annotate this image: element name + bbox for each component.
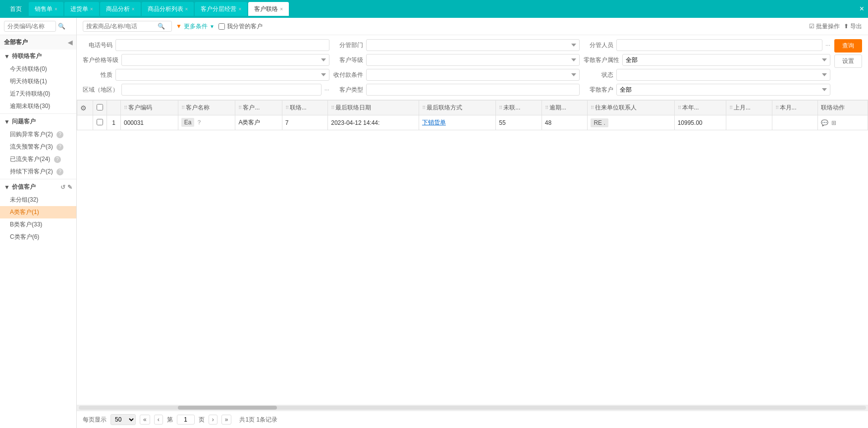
td-overdue: 48 xyxy=(542,115,588,130)
tab-customer-tier-close[interactable]: × xyxy=(238,6,241,12)
tab-purchase-close[interactable]: × xyxy=(90,6,93,12)
td-this-year: 10995.00 xyxy=(674,115,726,130)
th-contact[interactable]: ⠿ 联络... xyxy=(282,101,328,115)
sidebar-item-class-c[interactable]: C类客户(6) xyxy=(0,231,76,243)
th-gear[interactable]: ⚙ xyxy=(77,101,93,115)
filter-customer-level-select[interactable] xyxy=(366,54,580,66)
sidebar-group-problem[interactable]: ▼ 问题客户 xyxy=(0,115,76,128)
page-size-select[interactable]: 50 100 200 xyxy=(110,414,136,425)
filter-phone-input[interactable] xyxy=(115,39,329,51)
th-last-month[interactable]: ⠿ 上月... xyxy=(726,101,772,115)
last-page-btn[interactable]: » xyxy=(221,415,232,425)
sidebar-edit-icon[interactable]: ✎ xyxy=(67,184,72,191)
filter-region-dots[interactable]: ··· xyxy=(325,86,329,93)
sidebar-item-churn-warning[interactable]: 流失预警客户(3) ? xyxy=(0,141,76,153)
filter-payment-select[interactable] xyxy=(366,69,580,81)
filter-retail-attr: 零散客户属性 全部 xyxy=(584,54,830,66)
sidebar-search-input[interactable] xyxy=(4,21,56,32)
next-page-btn[interactable]: › xyxy=(209,415,217,425)
sidebar-group-value[interactable]: ▼ 价值客户 ↺ ✎ xyxy=(0,180,76,194)
th-this-year[interactable]: ⠿ 本年... xyxy=(674,101,726,115)
sidebar-item-7days[interactable]: 近7天待联络(0) xyxy=(0,88,76,100)
horizontal-scrollbar[interactable] xyxy=(77,405,868,411)
th-name[interactable]: ⠿ 客户名称 xyxy=(178,101,235,115)
filter-manager-input[interactable] xyxy=(616,39,822,51)
filter-retail-customer-select[interactable]: 全部 xyxy=(616,84,830,96)
scrollbar-thumb[interactable] xyxy=(178,406,277,410)
overdue-days: 48 xyxy=(545,119,551,126)
query-button[interactable]: 查询 xyxy=(834,39,862,53)
sidebar-search-icon[interactable]: 🔍 xyxy=(58,23,65,30)
export-btn[interactable]: ⬆ 导出 xyxy=(844,22,862,31)
close-all-tabs[interactable]: × xyxy=(860,4,864,13)
tab-customer-contact-close[interactable]: × xyxy=(280,6,283,12)
my-customers-checkbox[interactable] xyxy=(218,23,225,30)
th-contact-drag: ⠿ xyxy=(285,105,289,110)
filter-manager-dots[interactable]: ··· xyxy=(825,42,830,49)
th-uncontact[interactable]: ⠿ 未联... xyxy=(496,101,542,115)
filter-status-select[interactable] xyxy=(616,69,830,81)
filter-search-icon[interactable]: 🔍 xyxy=(158,23,165,30)
filter-price-level-select[interactable] xyxy=(121,54,329,66)
td-last-month xyxy=(726,115,772,130)
sidebar-item-class-a[interactable]: A类客户(1) xyxy=(0,206,76,218)
th-overdue[interactable]: ⠿ 逾期... xyxy=(542,101,588,115)
sidebar-item-repurchase-abnormal[interactable]: 回购异常客户(2) ? xyxy=(0,128,76,141)
prev-page-btn[interactable]: ‹ xyxy=(154,415,163,425)
filter-region-input[interactable] xyxy=(121,84,322,96)
page-label: 第 xyxy=(167,416,173,424)
tab-sales-close[interactable]: × xyxy=(54,6,57,12)
first-page-btn[interactable]: « xyxy=(140,415,150,425)
th-name-label: 客户名称 xyxy=(186,104,210,112)
sidebar-group-pending[interactable]: ▼ 待联络客户 xyxy=(0,50,76,63)
my-customers-label: 我分管的客户 xyxy=(227,22,263,31)
settings-button[interactable]: 设置 xyxy=(834,54,862,68)
batch-ops-btn[interactable]: ☑ 批量操作 xyxy=(809,22,840,31)
action-comment-icon[interactable]: 💬 xyxy=(821,119,828,126)
filter-dept-select[interactable] xyxy=(366,39,580,51)
tab-goods-analysis-close[interactable]: × xyxy=(132,6,135,12)
tab-goods-analysis[interactable]: 商品分析 × xyxy=(100,2,141,16)
tab-home[interactable]: 首页 xyxy=(4,2,28,16)
page-num-input[interactable] xyxy=(177,415,195,425)
filter-search-input[interactable] xyxy=(86,23,156,30)
sidebar-item-overdue[interactable]: 逾期未联络(30) xyxy=(0,100,76,112)
tab-sales[interactable]: 销售单 × xyxy=(29,2,63,16)
select-all-checkbox[interactable] xyxy=(97,104,103,110)
row-checkbox[interactable] xyxy=(97,119,103,125)
tab-customer-contact[interactable]: 客户联络 × xyxy=(248,2,289,16)
tab-purchase[interactable]: 进货单 × xyxy=(64,2,99,16)
sidebar-refresh-icon[interactable]: ↺ xyxy=(60,184,65,191)
filter-customer-type: 客户类型 xyxy=(333,84,580,96)
sidebar-item-tomorrow[interactable]: 明天待联络(1) xyxy=(0,75,76,88)
filter-customer-type-input[interactable] xyxy=(366,84,580,96)
sidebar-all-customers[interactable]: 全部客户 ◀ xyxy=(0,35,76,50)
sidebar-item-today[interactable]: 今天待联络(0) xyxy=(0,63,76,75)
th-unit-contact[interactable]: ⠿ 往来单位联系人 xyxy=(588,101,674,115)
th-last-date[interactable]: ⠿ 最后联络日期 xyxy=(328,101,419,115)
more-filters-btn[interactable]: ▼ 更多条件 ▼ xyxy=(176,22,215,31)
th-last-method[interactable]: ⠿ 最后联络方式 xyxy=(419,101,495,115)
td-checkbox[interactable] xyxy=(93,115,107,130)
sidebar-collapse-icon[interactable]: ◀ xyxy=(68,39,72,46)
th-num xyxy=(107,101,121,115)
question-icon-churned: ? xyxy=(54,156,61,163)
last-contact-method[interactable]: 下销货单 xyxy=(422,119,446,126)
my-customers-checkbox-label[interactable]: 我分管的客户 xyxy=(218,22,263,31)
action-more-icon[interactable]: ⊞ xyxy=(831,119,836,126)
tab-goods-analysis-list[interactable]: 商品分析列表 × xyxy=(142,2,194,16)
th-this-month[interactable]: ⠿ 本月... xyxy=(772,101,818,115)
filter-nature-select[interactable] xyxy=(115,69,329,81)
td-last-date: 2023-04-12 14:44: xyxy=(328,115,419,130)
sidebar-item-class-b[interactable]: B类客户(33) xyxy=(0,218,76,231)
sidebar-item-churned[interactable]: 已流失客户(24) ? xyxy=(0,153,76,165)
gear-icon[interactable]: ⚙ xyxy=(80,104,87,112)
sidebar-item-unclassified[interactable]: 未分组(32) xyxy=(0,194,76,206)
tab-customer-tier[interactable]: 客户分层经营 × xyxy=(195,2,247,16)
th-type[interactable]: ⠿ 客户... xyxy=(235,101,282,115)
filter-retail-attr-select[interactable]: 全部 xyxy=(622,54,830,66)
th-checkbox[interactable] xyxy=(93,101,107,115)
th-code[interactable]: ⠿ 客户编码 xyxy=(121,101,178,115)
tab-goods-analysis-list-close[interactable]: × xyxy=(185,6,188,12)
sidebar-item-declining[interactable]: 持续下滑客户(2) ? xyxy=(0,165,76,178)
